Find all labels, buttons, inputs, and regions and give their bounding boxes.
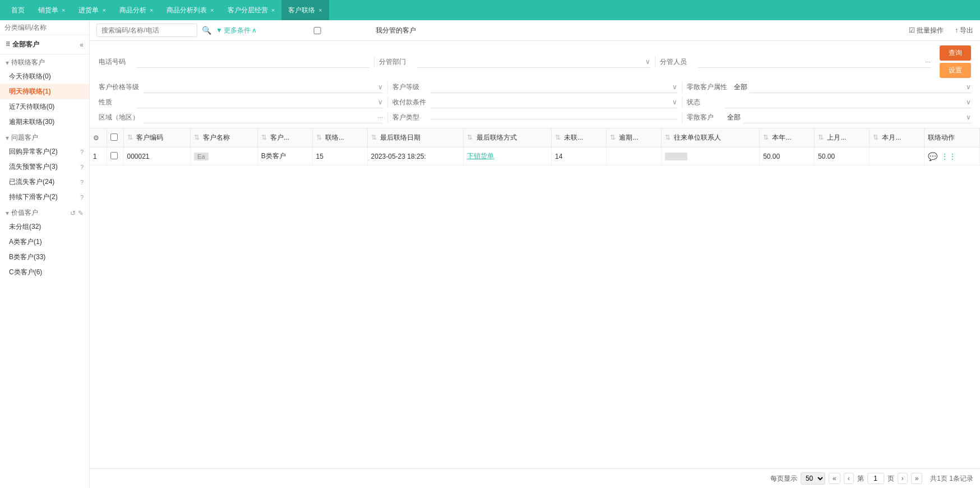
sort-icon-date[interactable]: ⇅ <box>371 133 377 141</box>
contact-action-icon[interactable]: 💬 <box>928 152 937 161</box>
filter-region: 区域（地区） ··· <box>99 112 383 123</box>
contact-method-link[interactable]: 下销货单 <box>467 152 494 160</box>
nav-home[interactable]: 首页 <box>4 0 31 20</box>
th-name: ⇅ 客户名称 <box>191 128 258 148</box>
export-button[interactable]: ↑ 导出 <box>955 26 973 35</box>
filter-region-select[interactable]: ··· <box>144 112 383 123</box>
nav-customer-contact-close[interactable]: × <box>318 7 322 13</box>
filter-type-select[interactable] <box>431 116 677 119</box>
filter-payment-select[interactable]: ∨ <box>431 96 677 108</box>
sidebar-item-today[interactable]: 今天待联络(0) <box>0 69 89 84</box>
filter-nature-select[interactable]: ∨ <box>137 96 383 108</box>
nav-sales[interactable]: 销货单 × <box>31 0 72 20</box>
sort-icon-last-month[interactable]: ⇅ <box>818 133 824 141</box>
sort-icon-company-contact[interactable]: ⇅ <box>665 133 671 141</box>
sidebar-item-overdue[interactable]: 逾期未联络(30) <box>0 114 89 130</box>
sidebar-item-churned[interactable]: 已流失客户(24) ? <box>0 174 89 190</box>
filter-divider-3 <box>387 82 388 93</box>
th-this-year: ⇅ 本年... <box>760 128 815 148</box>
first-page-button[interactable]: « <box>829 473 840 484</box>
sidebar-item-tomorrow[interactable]: 明天待联络(1) <box>0 84 89 99</box>
filter-price-select[interactable]: ∨ <box>144 81 383 93</box>
last-page-button[interactable]: » <box>911 473 923 484</box>
filter-grade-select[interactable]: ∨ <box>431 81 677 93</box>
sort-icon-name[interactable]: ⇅ <box>194 133 200 141</box>
sidebar-collapse-icon[interactable]: « <box>80 41 84 49</box>
filter-person-select[interactable]: ··· <box>698 56 931 68</box>
select-all-checkbox[interactable] <box>110 133 118 141</box>
search-input[interactable] <box>96 24 197 37</box>
chevron-down-icon-nature: ∨ <box>378 98 383 106</box>
sort-icon-this-year[interactable]: ⇅ <box>763 133 769 141</box>
sidebar-item-week7[interactable]: 近7天待联络(0) <box>0 99 89 114</box>
th-settings[interactable]: ⚙ <box>90 128 107 148</box>
sort-icon-method[interactable]: ⇅ <box>467 133 473 141</box>
sort-icon-this-month[interactable]: ⇅ <box>873 133 879 141</box>
edit-icon[interactable]: ✎ <box>78 209 84 217</box>
chevron-up-icon: ∧ <box>252 26 257 34</box>
table-row: 1 000021 Ea B类客户 15 2023-05-23 18:25: 下销… <box>90 148 980 165</box>
filter-status-select[interactable]: ∨ <box>725 96 971 108</box>
next-page-button[interactable]: › <box>898 473 908 484</box>
row-checkbox[interactable] <box>110 152 118 159</box>
sidebar-item-declining[interactable]: 持续下滑客户(2) ? <box>0 190 89 205</box>
filter-divider-2 <box>655 56 655 67</box>
sort-icon-code[interactable]: ⇅ <box>127 133 133 141</box>
filter-divider-4 <box>682 82 682 93</box>
set-button[interactable]: 设置 <box>940 63 971 78</box>
filter-phone-input[interactable] <box>137 56 369 68</box>
nav-product-analysis[interactable]: 商品分析 × <box>113 0 160 20</box>
filter-panel: 电话号码 分管部门 ∨ 分管人员 <box>90 41 980 128</box>
help-icon-3: ? <box>80 179 84 186</box>
nav-customer-contact[interactable]: 客户联络 × <box>281 0 329 20</box>
th-action: 联络动作 <box>924 128 979 148</box>
th-checkbox <box>107 128 123 148</box>
cell-this-year: 50.00 <box>760 148 815 165</box>
my-customer-checkbox[interactable]: 我分管的客户 <box>261 26 416 35</box>
more-action-icon[interactable]: ⋮⋮ <box>941 152 956 161</box>
nav-product-analysis-close[interactable]: × <box>150 7 153 13</box>
more-filter-button[interactable]: ▼ 更多条件 ∧ <box>216 26 257 35</box>
sidebar-item-b-class[interactable]: B类客户(33) <box>0 250 89 265</box>
cell-contact: 15 <box>312 148 367 165</box>
sidebar-item-repurchase-abnormal[interactable]: 回购异常客户(2) ? <box>0 144 89 159</box>
nav-product-analysis-list[interactable]: 商品分析列表 × <box>160 0 220 20</box>
sidebar-item-churn-warning[interactable]: 流失预警客户(3) ? <box>0 159 89 174</box>
per-page-select[interactable]: 50 <box>801 472 825 485</box>
dots-icon-region: ··· <box>377 113 383 121</box>
sidebar-item-c-class[interactable]: C类客户(6) <box>0 265 89 280</box>
sort-icon-overdue[interactable]: ⇅ <box>610 133 616 141</box>
th-company-contact: ⇅ 往来单位联系人 <box>661 128 759 148</box>
nav-customer-tier[interactable]: 客户分层经营 × <box>221 0 281 20</box>
prev-page-button[interactable]: ‹ <box>844 473 854 484</box>
nav-sales-close[interactable]: × <box>62 7 65 13</box>
arrow-down-icon: ▾ <box>6 59 9 67</box>
sort-icon-type[interactable]: ⇅ <box>261 133 267 141</box>
cell-name: Ea <box>191 148 258 165</box>
sidebar-search-input[interactable] <box>4 24 89 31</box>
sort-icon-not-contacted[interactable]: ⇅ <box>555 133 561 141</box>
refresh-icon[interactable]: ↺ <box>70 209 76 217</box>
nav-purchase[interactable]: 进货单 × <box>72 0 112 20</box>
my-customer-check[interactable] <box>261 27 373 34</box>
sidebar-all-customers[interactable]: ⠿ 全部客户 « <box>0 35 89 54</box>
search-button[interactable]: 🔍 <box>202 26 211 35</box>
help-icon-2: ? <box>80 164 84 171</box>
sidebar-search-bar: 🔍 <box>0 20 89 35</box>
sort-icon-contact[interactable]: ⇅ <box>316 133 322 141</box>
filter-retail-customer-select[interactable]: ∨ <box>743 112 971 123</box>
sidebar-item-ungrouped[interactable]: 未分组(32) <box>0 219 89 234</box>
page-number-input[interactable] <box>867 473 884 484</box>
action-icons: 💬 ⋮⋮ <box>928 152 976 161</box>
cell-type: B类客户 <box>257 148 312 165</box>
sidebar-item-a-class[interactable]: A类客户(1) <box>0 234 89 250</box>
nav-product-analysis-list-close[interactable]: × <box>210 7 214 13</box>
nav-customer-tier-close[interactable]: × <box>271 7 275 13</box>
nav-purchase-close[interactable]: × <box>102 7 105 13</box>
batch-operation-button[interactable]: ☑ 批量操作 <box>909 26 944 35</box>
phone-input-field[interactable] <box>137 58 369 66</box>
filter-customer-type: 客户类型 <box>392 113 677 122</box>
filter-retail-select[interactable]: ∨ <box>750 81 971 93</box>
query-button[interactable]: 查询 <box>940 45 971 61</box>
filter-dept-select[interactable]: ∨ <box>417 56 650 68</box>
